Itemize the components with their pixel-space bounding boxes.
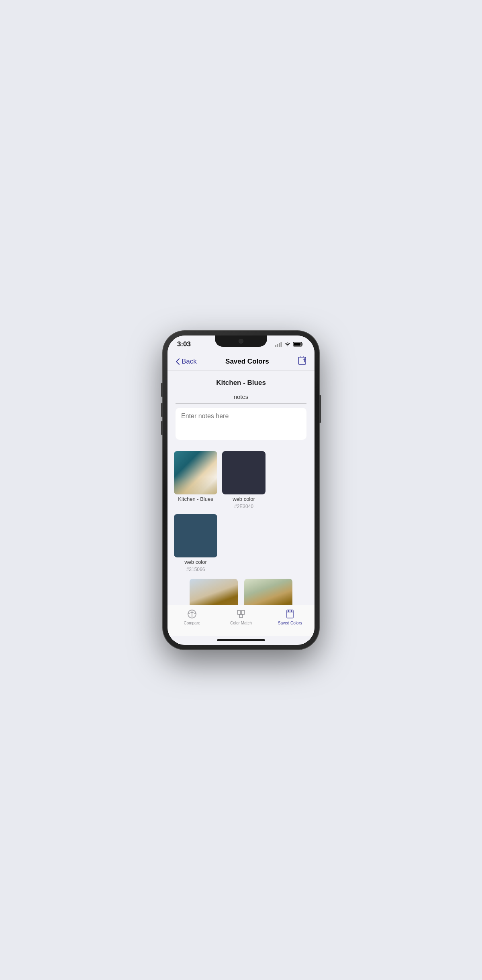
swatch-web-color-2[interactable]: web color #315066	[174, 514, 217, 572]
svg-rect-9	[241, 610, 245, 614]
signal-icon	[275, 342, 282, 347]
back-label: Back	[182, 358, 197, 366]
share-icon	[298, 356, 306, 365]
phone-screen: 3:03	[167, 335, 315, 645]
svg-rect-11	[287, 610, 293, 618]
tab-bar: Compare Color Match	[167, 605, 315, 636]
status-icons	[275, 342, 303, 347]
tab-saved-colors-label: Saved Colors	[278, 621, 302, 625]
notes-divider	[176, 403, 306, 404]
home-indicator	[167, 636, 315, 645]
swatch-kitchen-blues[interactable]: Kitchen - Blues	[174, 451, 217, 509]
dog-image	[190, 579, 238, 605]
notes-label: notes	[176, 393, 306, 400]
svg-rect-1	[277, 344, 278, 347]
saved-colors-icon	[284, 608, 296, 620]
status-time: 3:03	[177, 340, 191, 348]
dog-thumbnail	[190, 579, 238, 605]
swatch-web-color-1[interactable]: web color #2E3040	[222, 451, 266, 509]
swatches-grid: Kitchen - Blues web color #2E3040 web co…	[167, 446, 315, 577]
share-button[interactable]	[298, 356, 306, 367]
swatch-image-kitchen	[174, 451, 217, 494]
tab-compare[interactable]: Compare	[167, 608, 216, 625]
camera	[239, 339, 243, 344]
status-bar: 3:03	[167, 335, 315, 353]
wifi-icon	[284, 342, 291, 347]
tab-saved-colors[interactable]: Saved Colors	[266, 608, 315, 625]
nav-bar: Back Saved Colors	[167, 353, 315, 371]
swatch-label-0: Kitchen - Blues	[178, 496, 213, 502]
color-match-icon	[235, 608, 247, 620]
home-bar	[217, 639, 265, 641]
svg-rect-3	[281, 342, 282, 347]
content-area: Kitchen - Blues notes Kitchen - Blues	[167, 371, 315, 605]
svg-rect-2	[279, 343, 280, 347]
swatch-color-1	[222, 451, 266, 494]
svg-rect-0	[275, 345, 276, 347]
image-item-bike[interactable]: image	[244, 579, 292, 605]
kitchen-thumbnail	[174, 451, 217, 494]
swatch-sublabel-1: #2E3040	[234, 504, 253, 509]
bike-image	[244, 579, 292, 605]
tab-color-match-label: Color Match	[230, 621, 252, 625]
notes-input[interactable]	[176, 408, 306, 440]
swatch-label-1: web color	[233, 496, 255, 502]
swatch-color-2	[174, 514, 217, 557]
svg-rect-10	[239, 614, 243, 618]
svg-rect-5	[294, 343, 301, 346]
images-grid: image image	[167, 577, 315, 605]
svg-rect-8	[237, 610, 241, 614]
back-chevron-icon	[176, 358, 180, 365]
swatch-label-2: web color	[184, 559, 207, 565]
compare-icon	[186, 608, 198, 620]
tab-compare-label: Compare	[184, 621, 200, 625]
image-item-dog[interactable]: image	[190, 579, 238, 605]
swatch-sublabel-2: #315066	[186, 567, 205, 572]
page-title: Saved Colors	[225, 358, 269, 366]
bike-thumbnail	[244, 579, 292, 605]
notch	[215, 335, 267, 347]
back-button[interactable]: Back	[176, 358, 197, 366]
notes-section: notes	[167, 390, 315, 446]
battery-icon	[293, 342, 303, 347]
palette-name: Kitchen - Blues	[216, 379, 266, 386]
palette-header: Kitchen - Blues	[167, 371, 315, 390]
phone-frame: 3:03	[163, 331, 319, 650]
tab-color-match[interactable]: Color Match	[216, 608, 266, 625]
